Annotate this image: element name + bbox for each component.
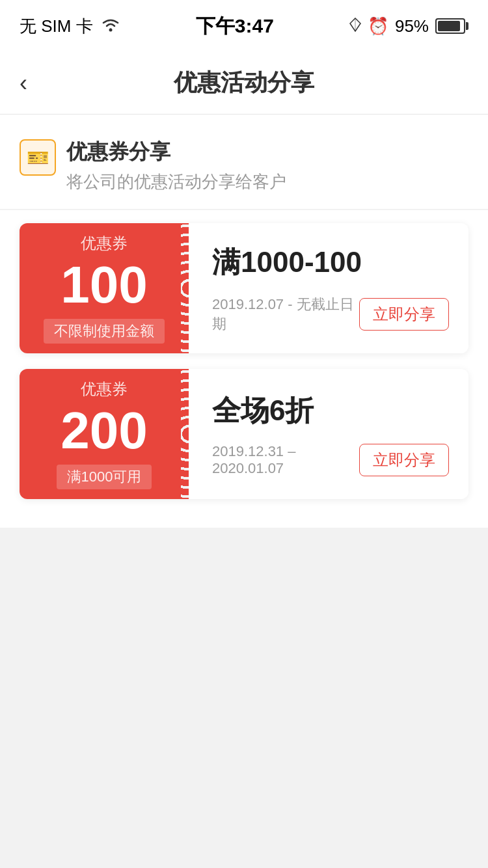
battery-icon	[435, 18, 468, 34]
coupon-left-2: 优惠券 200 满1000可用	[20, 369, 189, 499]
coupon-right-1: 满1000-100 2019.12.07 - 无截止日期 立即分享	[189, 223, 468, 353]
coupon-amount-1: 100	[61, 259, 147, 311]
coupon-condition-2: 满1000可用	[57, 465, 152, 489]
empty-area	[0, 528, 488, 868]
section-text: 优惠券分享 将公司的优惠活动分享给客户	[66, 138, 286, 193]
location-icon	[349, 16, 361, 36]
coupon-date-1: 2019.12.07 - 无截止日期	[212, 295, 359, 334]
section-icon: 🎫	[20, 139, 56, 176]
coupon-bottom-2: 2019.12.31 – 2020.01.07 立即分享	[212, 443, 449, 477]
nav-bar: ‹ 优惠活动分享	[0, 52, 488, 115]
coupon-type-1: 优惠券	[81, 233, 128, 254]
section-header: 🎫 优惠券分享 将公司的优惠活动分享给客户	[0, 115, 488, 209]
coupon-icon: 🎫	[27, 147, 49, 169]
section-subtitle: 将公司的优惠活动分享给客户	[66, 170, 286, 193]
coupon-right-2: 全场6折 2019.12.31 – 2020.01.07 立即分享	[189, 369, 468, 499]
wifi-icon	[101, 16, 120, 36]
coupon-name-2: 全场6折	[212, 392, 449, 430]
battery-text: 95%	[395, 16, 429, 36]
status-left: 无 SIM 卡	[20, 15, 120, 38]
status-time: 下午3:47	[196, 13, 274, 40]
coupon-condition-1: 不限制使用金额	[44, 319, 165, 344]
coupon-type-2: 优惠券	[81, 379, 128, 400]
status-bar: 无 SIM 卡 下午3:47 ⏰ 95%	[0, 0, 488, 52]
coupon-item-2: 优惠券 200 满1000可用 全场6折 2019.12.31 – 2020.0…	[20, 369, 468, 499]
coupon-bottom-1: 2019.12.07 - 无截止日期 立即分享	[212, 295, 449, 334]
coupon-name-1: 满1000-100	[212, 243, 449, 282]
coupon-left-1: 优惠券 100 不限制使用金额	[20, 223, 189, 353]
alarm-icon: ⏰	[368, 16, 388, 36]
carrier-text: 无 SIM 卡	[20, 15, 93, 38]
back-button[interactable]: ‹	[20, 70, 27, 97]
section-title: 优惠券分享	[66, 138, 286, 167]
coupon-list: 优惠券 100 不限制使用金额 满1000-100 2019.12.07 - 无…	[0, 210, 488, 528]
status-right: ⏰ 95%	[349, 16, 468, 36]
coupon-amount-2: 200	[61, 405, 147, 457]
coupon-item: 优惠券 100 不限制使用金额 满1000-100 2019.12.07 - 无…	[20, 223, 468, 353]
share-button-2[interactable]: 立即分享	[359, 444, 449, 476]
share-button-1[interactable]: 立即分享	[359, 298, 449, 331]
svg-point-0	[109, 28, 112, 31]
coupon-date-2: 2019.12.31 – 2020.01.07	[212, 443, 359, 477]
page-title: 优惠活动分享	[174, 67, 314, 99]
